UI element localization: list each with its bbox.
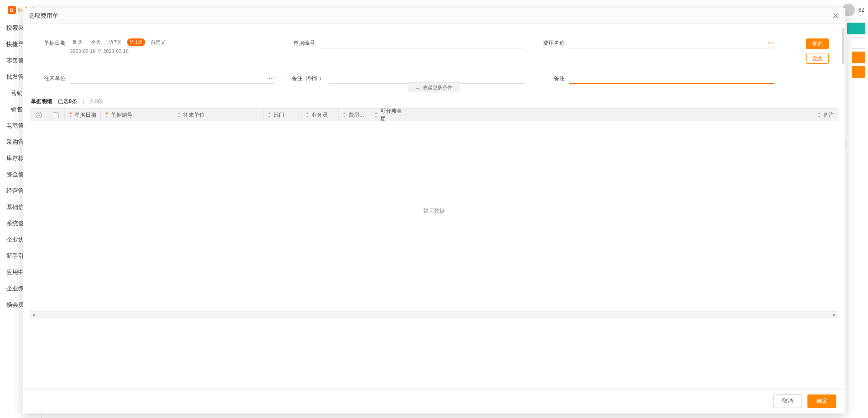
summary-sel-suffix: 条 [72, 98, 77, 104]
ellipsis-icon[interactable]: ··· [768, 39, 774, 47]
date-pill-1month[interactable]: 近1月 [127, 38, 145, 46]
modal-body: 单据日期 昨天 今天 近7天 近1月 自定义 2023-02-18 至 2023… [23, 24, 845, 388]
date-pill-yesterday[interactable]: 昨天 [70, 38, 85, 46]
search-button[interactable]: 查询 [806, 38, 829, 49]
column-label: 费用... [349, 111, 364, 119]
confirm-button[interactable]: 确定 [807, 394, 836, 408]
bill-code-label: 单据编号 [289, 38, 315, 47]
column-allocatable-amount[interactable]: 可分摊金额 [370, 109, 406, 121]
sort-icon [817, 112, 821, 118]
bill-date-label: 单据日期 [39, 38, 66, 47]
column-bill-date[interactable]: 单据日期 [65, 109, 101, 121]
summary-divider: | [83, 98, 84, 104]
remark-input[interactable] [569, 74, 774, 84]
scroll-right-icon[interactable]: ► [831, 312, 838, 318]
summary-sel-prefix: 已选 [58, 98, 69, 104]
sort-icon [104, 112, 109, 118]
column-label: 单据编号 [111, 111, 132, 119]
field-vendor: 往来单位 ··· [39, 74, 275, 84]
filter-panel: 单据日期 昨天 今天 近7天 近1月 自定义 2023-02-18 至 2023… [30, 30, 838, 92]
select-fee-bill-modal: 选取费用单 ✕ 单据日期 昨天 今天 近7天 近1月 自定义 [23, 8, 845, 413]
horizontal-scrollbar[interactable]: ◄ ► [30, 311, 838, 318]
table-empty-state: 暂无数据 [30, 121, 838, 311]
column-label: 部门 [274, 111, 284, 119]
summary-title: 单据明细 [31, 98, 52, 105]
sort-icon [342, 112, 347, 118]
collapse-label: 收起更多条件 [423, 84, 453, 91]
date-range-text: 2023-02-18 至 2023-03-18 [70, 48, 275, 55]
column-select-all[interactable] [47, 109, 65, 121]
summary-sel-count: 0 [69, 98, 72, 104]
collapse-filters-tab[interactable]: ︽ 收起更多条件 [408, 82, 460, 92]
column-bill-code[interactable]: 单据编号 [101, 109, 173, 121]
cancel-button[interactable]: 取消 [773, 394, 802, 408]
summary-selected: 已选0条 [58, 98, 77, 105]
sort-icon [177, 112, 181, 118]
date-pill-7days[interactable]: 近7天 [106, 38, 124, 46]
table: 单据日期 单据编号 往来单位 部门 业务员 [30, 108, 838, 318]
fee-name-input[interactable] [569, 38, 774, 48]
column-vendor[interactable]: 往来单位 [173, 109, 264, 121]
scroll-left-icon[interactable]: ◄ [30, 312, 37, 318]
remark-label: 备注 [538, 74, 565, 82]
summary-total: 共0条 [90, 98, 104, 105]
bill-code-input[interactable] [320, 38, 525, 48]
column-label: 业务员 [311, 111, 328, 119]
field-bill-date: 单据日期 昨天 今天 近7天 近1月 自定义 2023-02-18 至 2023… [39, 38, 275, 55]
field-bill-code: 单据编号 [289, 38, 525, 48]
sort-icon [305, 112, 310, 118]
vendor-label: 往来单位 [39, 74, 66, 82]
empty-text: 暂无数据 [423, 207, 445, 215]
fee-name-label: 费用名称 [538, 38, 565, 47]
modal-footer: 取消 确定 [23, 388, 845, 413]
column-department[interactable]: 部门 [264, 109, 302, 121]
checkbox-icon [53, 112, 59, 118]
sort-icon [267, 112, 272, 118]
gear-icon [36, 112, 42, 118]
ellipsis-icon[interactable]: ··· [269, 75, 275, 82]
vendor-input[interactable] [70, 74, 275, 84]
column-fee[interactable]: 费用... [339, 109, 370, 121]
filter-buttons: 查询 设置 [788, 38, 829, 64]
table-header: 单据日期 单据编号 往来单位 部门 业务员 [30, 109, 838, 121]
column-salesperson[interactable]: 业务员 [302, 109, 339, 121]
field-remark-detail: 备注（明细） [289, 74, 525, 84]
column-label: 可分摊金额 [380, 107, 402, 123]
close-icon[interactable]: ✕ [832, 12, 839, 20]
modal-title: 选取费用单 [29, 12, 58, 20]
field-remark: 备注 [538, 74, 774, 84]
date-pill-today[interactable]: 今天 [88, 38, 104, 46]
column-label: 往来单位 [183, 111, 205, 119]
settings-button[interactable]: 设置 [806, 53, 829, 64]
remark-detail-label: 备注（明细） [289, 74, 324, 82]
column-label: 备注 [823, 111, 834, 119]
date-preset-pills: 昨天 今天 近7天 近1月 自定义 [70, 38, 275, 46]
modal-header: 选取费用单 ✕ [23, 8, 845, 24]
field-fee-name: 费用名称 ··· [538, 38, 774, 48]
date-pill-custom[interactable]: 自定义 [148, 38, 168, 46]
sort-icon [374, 112, 378, 118]
chevron-up-icon: ︽ [415, 85, 420, 91]
column-settings[interactable] [30, 109, 47, 121]
column-label: 单据日期 [75, 111, 96, 119]
column-remark[interactable]: 备注 [406, 109, 838, 121]
sort-icon [68, 112, 73, 118]
summary-bar: 单据明细 已选0条 | 共0条 [31, 98, 838, 105]
